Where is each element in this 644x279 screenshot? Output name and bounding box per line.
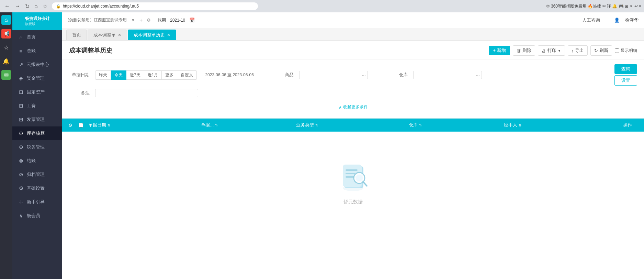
warehouse-input[interactable] <box>413 71 482 79</box>
icon-rail-envelope[interactable]: ✉ <box>1 70 11 80</box>
page-header: 成本调整单历史 + 新增 🗑 删除 🖨 打印 ▼ ↑ 导出 <box>62 41 644 59</box>
warehouse-filter-label: 仓库 <box>387 72 408 78</box>
date-btn-custom[interactable]: 自定义 <box>177 70 197 80</box>
topbar-right: 人工咨询 👤 徐泽华 <box>582 17 639 24</box>
sidebar: 畅捷通好会计 旗舰版 ⌂ 首页 ≡ 总账 ↗ 云报表中心 ◈ 资金管理 ⊡ <box>12 12 62 279</box>
tab-cost-adjust-history-close[interactable]: ✕ <box>167 33 170 37</box>
sidebar-item-label-guide: 新手引导 <box>27 199 45 205</box>
sidebar-item-home[interactable]: ⌂ 首页 <box>12 30 62 44</box>
th-warehouse[interactable]: 仓库 ⇅ <box>406 122 501 128</box>
date-btn-1month[interactable]: 近1月 <box>144 70 162 80</box>
topbar-divider <box>607 17 607 24</box>
back-button[interactable]: ← <box>3 2 12 10</box>
sidebar-item-guide[interactable]: ⊹ 新手引导 <box>12 195 62 209</box>
sort-person-icon: ⇅ <box>519 123 521 127</box>
sidebar-item-archive[interactable]: ⊘ 归档管理 <box>12 168 62 181</box>
sidebar-item-tax[interactable]: ⊕ 税务管理 <box>12 140 62 154</box>
calendar-icon[interactable]: 📅 <box>189 18 195 23</box>
sidebar-logo-name: 畅捷通好会计 <box>25 16 50 22</box>
export-icon: ↑ <box>572 48 574 53</box>
user-label: 徐泽华 <box>625 17 639 23</box>
settings-gear-icon[interactable]: ⚙ <box>147 18 151 23</box>
forward-button[interactable]: → <box>13 2 22 10</box>
inventory-icon: ⊙ <box>18 130 24 136</box>
collapse-row: ∧ 收起更多条件 <box>69 101 637 113</box>
delete-icon: 🗑 <box>517 48 521 53</box>
icon-rail-notification[interactable]: 📢 <box>1 29 11 38</box>
sidebar-item-label-member: 畅会员 <box>27 213 40 219</box>
th-type[interactable]: 业务类型 ⇅ <box>293 122 406 128</box>
show-cols-checkbox[interactable] <box>615 48 619 53</box>
icon-rail-bell[interactable]: 🔔 <box>1 56 11 66</box>
table-settings-icon[interactable]: ⚙ <box>65 123 76 128</box>
th-date[interactable]: 单据日期 ⇅ <box>86 122 198 128</box>
print-button[interactable]: 🖨 打印 ▼ <box>538 45 565 56</box>
tab-cost-adjust[interactable]: 成本调整单 ✕ <box>88 30 127 40</box>
settings-filter-button[interactable]: 设置 <box>614 75 637 86</box>
export-button[interactable]: ↑ 导出 <box>568 45 588 56</box>
sidebar-item-ledger[interactable]: ≡ 总账 <box>12 44 62 58</box>
delete-button[interactable]: 🗑 删除 <box>513 45 535 56</box>
period-value: 2021-10 <box>170 18 185 23</box>
assets-icon: ⊡ <box>18 89 24 95</box>
home-icon: ⌂ <box>18 34 24 40</box>
tax-icon: ⊕ <box>18 144 24 150</box>
tab-cost-adjust-history[interactable]: 成本调整单历史 ✕ <box>128 30 176 40</box>
browser-nav: ← → ↻ ⌂ ☆ <box>3 2 49 10</box>
sidebar-item-reports[interactable]: ↗ 云报表中心 <box>12 58 62 71</box>
company-label: (勿删勿禁用）江西服宝测试专用 <box>68 17 127 23</box>
browser-tools: ⚙ 360智能抠图免费用 🔥热搜 ✂ 译 🔔 🎮 ⊞ ☀ ↩ ≡ <box>546 3 641 9</box>
sidebar-item-label-closing: 结账 <box>27 158 36 164</box>
reload-button[interactable]: ↻ <box>23 2 31 10</box>
sidebar-item-label-invoice: 发票管理 <box>27 116 45 123</box>
address-bar[interactable]: 🔒 https://cloud.chanjet.com/accounting/u… <box>52 2 258 10</box>
sidebar-item-salary[interactable]: ⊞ 工资 <box>12 99 62 113</box>
sidebar-item-inventory[interactable]: ⊙ 库存核算 <box>12 126 62 140</box>
sort-num-icon: ⇅ <box>215 123 218 127</box>
new-button[interactable]: + 新增 <box>489 46 510 55</box>
sidebar-logo-sub: 旗舰版 <box>25 22 50 26</box>
date-btn-today[interactable]: 今天 <box>111 70 126 80</box>
app-wrapper: ⌂ 📢 ☆ 🔔 ✉ 畅捷通好会计 旗舰版 ⌂ 首页 ≡ 总账 ↗ 云报表中心 <box>0 12 644 279</box>
remark-input[interactable] <box>95 89 198 97</box>
browser-right: ⚙ 360智能抠图免费用 🔥热搜 ✂ 译 🔔 🎮 ⊞ ☀ ↩ ≡ <box>546 3 641 9</box>
table-select-all[interactable] <box>76 123 86 127</box>
tab-cost-adjust-close[interactable]: ✕ <box>118 33 121 37</box>
select-all-checkbox[interactable] <box>79 123 83 127</box>
tab-home[interactable]: 首页 <box>66 30 87 40</box>
date-btn-more[interactable]: 更多 <box>162 70 177 80</box>
refresh-button[interactable]: ↻ 刷新 <box>590 45 612 56</box>
sort-type-icon: ⇅ <box>315 123 318 127</box>
th-person[interactable]: 经手人 ⇅ <box>501 122 614 128</box>
icon-rail-star[interactable]: ☆ <box>1 43 11 52</box>
date-btn-yesterday[interactable]: 昨天 <box>95 70 111 80</box>
sidebar-item-funds[interactable]: ◈ 资金管理 <box>12 71 62 85</box>
date-filter-label: 单据日期 <box>69 72 90 78</box>
date-btn-7days[interactable]: 近7天 <box>126 70 144 80</box>
home-button[interactable]: ⌂ <box>33 2 39 10</box>
add-icon[interactable]: + <box>139 17 143 23</box>
empty-text: 暂元数据 <box>343 199 363 205</box>
empty-illustration <box>336 159 370 193</box>
sidebar-item-invoice[interactable]: ⊟ 发票管理 <box>12 113 62 126</box>
show-cols-toggle[interactable]: 显示明细 <box>615 48 637 54</box>
page-title: 成本调整单历史 <box>69 46 112 55</box>
sidebar-item-label-reports: 云报表中心 <box>27 62 49 68</box>
sidebar-item-settings[interactable]: ⚙ 基础设置 <box>12 181 62 195</box>
query-button[interactable]: 查询 <box>614 64 637 74</box>
collapse-button[interactable]: ∧ 收起更多条件 <box>333 102 373 112</box>
bookmark-button[interactable]: ☆ <box>41 2 49 10</box>
dropdown-icon[interactable]: ▼ <box>131 18 135 23</box>
th-num[interactable]: 单据... ⇅ <box>198 122 293 128</box>
empty-state: 暂元数据 <box>62 132 644 233</box>
page-actions: + 新增 🗑 删除 🖨 打印 ▼ ↑ 导出 ↻ <box>489 45 637 56</box>
sidebar-item-label-tax: 税务管理 <box>27 144 45 150</box>
browser-chrome: ← → ↻ ⌂ ☆ 🔒 https://cloud.chanjet.com/ac… <box>0 0 644 12</box>
print-icon: 🖨 <box>542 48 546 53</box>
goods-input[interactable] <box>299 71 368 79</box>
service-label[interactable]: 人工咨询 <box>582 17 600 23</box>
sidebar-item-assets[interactable]: ⊡ 固定资产 <box>12 85 62 99</box>
sidebar-item-closing[interactable]: ⊗ 结账 <box>12 154 62 168</box>
icon-rail-main[interactable]: ⌂ <box>1 15 11 25</box>
sidebar-item-member[interactable]: ∨ 畅会员 <box>12 209 62 223</box>
